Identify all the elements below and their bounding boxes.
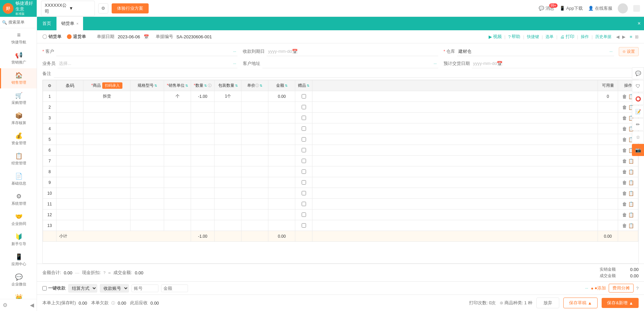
gift-checkbox[interactable] xyxy=(302,105,306,109)
close-all-tabs-button[interactable]: × xyxy=(638,21,641,26)
customer-input[interactable]: ··· xyxy=(56,47,238,56)
sidebar-item-inventory[interactable]: 📦 库存核算 xyxy=(0,109,37,129)
gift-checkbox[interactable] xyxy=(302,94,306,99)
row-remarks[interactable] xyxy=(312,91,598,102)
settings-bottom-icon[interactable]: ⚙ xyxy=(3,302,7,308)
scan-button[interactable]: 扫码录入 xyxy=(102,82,122,89)
sidebar-item-purchase[interactable]: 🛒 采购管理 xyxy=(0,88,37,109)
sidebar-item-appstore[interactable]: 📱 应用中心 xyxy=(0,250,37,270)
gift-checkbox[interactable] xyxy=(302,223,306,228)
shortcut-link[interactable]: 快捷键 xyxy=(527,34,539,40)
sidebar-item-member[interactable]: 👑 畅会员 xyxy=(0,290,37,299)
receive-date-input[interactable]: yyyy-mm-dd 📅 xyxy=(267,47,438,56)
delete-row-button[interactable]: 🗑 xyxy=(622,169,627,174)
customer-address-input[interactable]: ··· xyxy=(262,59,438,68)
receive-date-calendar-icon[interactable]: 📅 xyxy=(292,49,298,54)
history-link[interactable]: 历史单据 xyxy=(595,34,611,40)
copy-row-button[interactable]: 📋 xyxy=(628,158,634,164)
one-click-checkbox[interactable] xyxy=(42,286,47,290)
calc-method-select[interactable]: 结算方式 xyxy=(68,284,97,293)
address-dots[interactable]: ··· xyxy=(433,62,437,66)
sidebar-item-wechat[interactable]: 💬 企业微信 xyxy=(0,270,37,290)
sidebar-item-collab[interactable]: 🤝 企业协同 xyxy=(0,209,37,230)
collapse-icon[interactable]: ◀ xyxy=(30,302,34,308)
goods-type[interactable]: ⊙ 商品种类: 1 种 xyxy=(500,300,532,306)
delete-row-button[interactable]: 🗑 xyxy=(622,94,627,99)
delete-row-button[interactable]: 🗑 xyxy=(622,212,627,218)
gift-checkbox[interactable] xyxy=(302,148,306,152)
video-link[interactable]: ▶ 视频 xyxy=(489,34,502,40)
sidebar-item-marketing[interactable]: 📢 营销推广 xyxy=(0,48,37,68)
sidebar-item-system[interactable]: ⚙ 系统管理 xyxy=(0,189,37,209)
tab-salesorder[interactable]: 销货单 × xyxy=(56,17,83,30)
float-shield-button[interactable]: 🛡 xyxy=(632,80,644,92)
gift-checkbox[interactable] xyxy=(302,202,306,206)
float-circle-button[interactable]: ⭕ xyxy=(632,93,644,105)
delete-row-button[interactable]: 🗑 xyxy=(622,126,627,131)
view-grid-icon[interactable]: ⊞ xyxy=(635,34,639,39)
app-download-button[interactable]: 📱 App下载 xyxy=(560,5,583,11)
float-chat-button[interactable]: 💬 xyxy=(632,67,644,79)
amount-input[interactable] xyxy=(161,284,188,292)
row-gift[interactable] xyxy=(295,91,312,102)
calc-account-select[interactable]: 收款账号 xyxy=(100,284,129,293)
gift-checkbox[interactable] xyxy=(302,191,306,195)
row-product[interactable]: 拆货 xyxy=(83,91,130,102)
view-list-icon[interactable]: ≡ xyxy=(630,34,632,39)
copy-row-button[interactable]: 📋 xyxy=(628,180,634,185)
delete-row-button[interactable]: 🗑 xyxy=(622,201,627,207)
delete-row-button[interactable]: 🗑 xyxy=(622,191,627,196)
print-link[interactable]: 🖨 打印 xyxy=(560,34,574,40)
company-selector[interactable]: XXXXXX公司 ▼ xyxy=(41,1,95,16)
gift-checkbox[interactable] xyxy=(302,116,306,120)
settings-button[interactable]: ⊙ 设置 xyxy=(619,47,639,56)
warehouse-dots[interactable]: ··· xyxy=(609,49,612,53)
delete-row-button[interactable]: 🗑 xyxy=(622,148,627,153)
nav-prev-icon[interactable]: ◀ xyxy=(616,34,619,39)
tab-close-button[interactable]: × xyxy=(76,22,78,26)
trial-plan-button[interactable]: 体验行业方案 xyxy=(112,3,149,13)
row-spec[interactable] xyxy=(130,91,164,102)
row-unit[interactable]: 个 xyxy=(164,91,191,102)
nav-next-icon[interactable]: ▶ xyxy=(622,34,626,39)
sidebar-item-operation[interactable]: 📋 经营管理 xyxy=(0,149,37,169)
save-draft-button[interactable]: 保存草稿 ▲ xyxy=(563,298,598,308)
message-button[interactable]: 💬 消息 99+ xyxy=(539,5,554,11)
select-bill-link[interactable]: 选单 xyxy=(545,34,554,40)
row-qty[interactable]: -1.00 xyxy=(191,91,215,102)
delete-row-button[interactable]: 🗑 xyxy=(622,180,627,185)
company-settings-button[interactable]: ⚙ xyxy=(98,3,108,13)
save-draft-arrow[interactable]: ▲ xyxy=(588,301,592,306)
float-note-button[interactable]: 📝 xyxy=(632,106,644,118)
add-payment-button[interactable]: ● ●添加 xyxy=(591,285,606,291)
note-input[interactable] xyxy=(54,70,639,78)
customer-dots[interactable]: ··· xyxy=(233,49,236,53)
copy-row-button[interactable]: 📋 xyxy=(628,212,634,218)
help-link[interactable]: ? 帮助 xyxy=(508,34,520,40)
operate-link[interactable]: 操作 xyxy=(581,34,589,40)
salesperson-dots[interactable]: ··· xyxy=(233,62,236,66)
delete-row-button[interactable]: 🗑 xyxy=(622,105,627,110)
delete-row-button[interactable]: 🗑 xyxy=(622,223,627,228)
tab-home[interactable]: 首页 xyxy=(37,17,56,30)
abandon-button[interactable]: 放弃 xyxy=(536,298,559,308)
expected-date-input[interactable]: yyyy-mm-dd 📅 xyxy=(472,59,639,68)
expected-date-calendar-icon[interactable]: 📅 xyxy=(497,61,502,66)
delete-row-button[interactable]: 🗑 xyxy=(622,137,627,142)
row-price[interactable] xyxy=(241,91,268,102)
gift-checkbox[interactable] xyxy=(302,169,306,174)
online-service-button[interactable]: 👤 在线客服 xyxy=(588,5,612,11)
copy-row-button[interactable]: 📋 xyxy=(628,191,634,196)
row-amount[interactable]: 0.00 xyxy=(268,91,295,102)
delete-row-button[interactable]: 🗑 xyxy=(622,158,627,164)
radio-returnorder[interactable]: 退货单 xyxy=(67,34,86,40)
float-camera-button[interactable]: 📷 xyxy=(632,144,644,156)
float-star-button[interactable]: ☆ xyxy=(632,131,644,143)
warehouse-input[interactable]: 建材仓 ··· xyxy=(457,47,614,56)
gift-checkbox[interactable] xyxy=(302,126,306,131)
th-settings[interactable]: ⚙ xyxy=(43,80,56,91)
save-new-arrow[interactable]: ▲ xyxy=(629,301,633,306)
account-input[interactable] xyxy=(131,284,158,292)
calendar-icon[interactable]: 📅 xyxy=(144,34,149,39)
payment-dots[interactable]: ··· xyxy=(585,286,588,290)
